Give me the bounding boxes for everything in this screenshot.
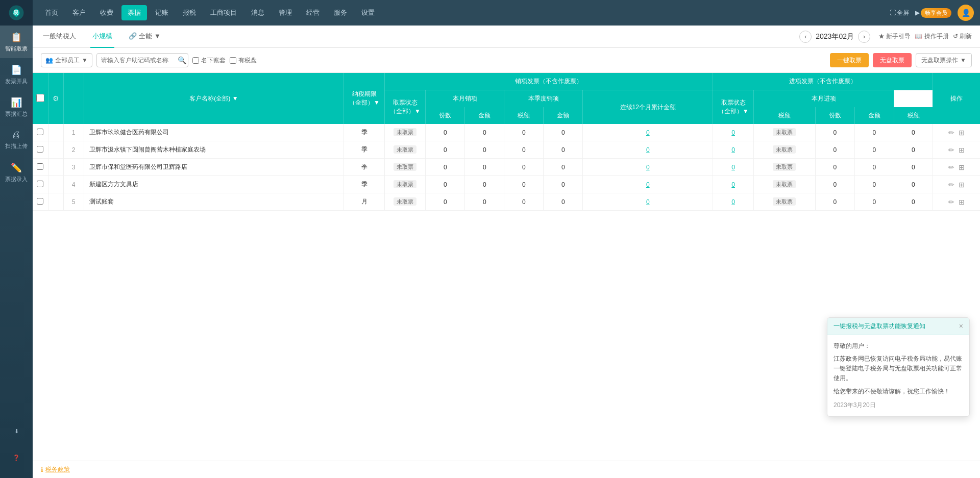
th-customer-name[interactable]: 客户名称(全部) ▼ xyxy=(84,73,344,124)
nav-business[interactable]: 工商项目 xyxy=(204,5,243,20)
td-month-purchase-tax-2: 0 xyxy=(894,159,933,176)
notification-header: 一键报税与无盘取票功能恢复通知 × xyxy=(827,318,969,335)
td-sale-fetch-2: 未取票 xyxy=(385,159,426,176)
sidebar-item-entry[interactable]: ✏️ 票据录入 xyxy=(0,156,33,189)
th-tax-period[interactable]: 纳税期限（全部）▼ xyxy=(344,73,385,124)
th-purchase-fetch-status[interactable]: 取票状态（全部）▼ xyxy=(713,90,754,124)
nav-tax[interactable]: 报税 xyxy=(177,5,202,20)
tab-all[interactable]: 🔗 全能 ▼ xyxy=(127,26,163,48)
handbook-link[interactable]: 📖 操作手册 xyxy=(915,32,948,41)
nav-billing[interactable]: 收费 xyxy=(94,5,119,20)
row-checkbox-0[interactable] xyxy=(37,129,43,135)
my-accounts-label[interactable]: 名下账套 xyxy=(192,56,226,65)
td-month-purchase-count-4: 0 xyxy=(815,193,854,211)
sidebar-item-scan[interactable]: 🖨 扫描上传 xyxy=(0,123,33,156)
td-month-sale-amount-0: 0 xyxy=(465,124,504,141)
more-btn-0[interactable]: ⊞ xyxy=(959,129,965,137)
edit-btn-0[interactable]: ✏ xyxy=(948,129,954,137)
refresh-link[interactable]: ↺ 刷新 xyxy=(953,32,972,41)
handbook-icon: 📖 xyxy=(915,33,922,40)
td-month-purchase-amount-4: 0 xyxy=(854,193,894,211)
row-checkbox-3[interactable] xyxy=(37,181,43,187)
row-checkbox-1[interactable] xyxy=(37,146,43,153)
download-icon: ⬇ xyxy=(14,428,19,435)
td-tax-period-0: 季 xyxy=(344,124,385,141)
help-icon: ❓ xyxy=(13,455,20,461)
edit-btn-4[interactable]: ✏ xyxy=(948,198,954,206)
td-index-0: 1 xyxy=(63,124,84,141)
td-purchase-fetch-0: 未取票 xyxy=(754,124,816,141)
th-checkbox xyxy=(33,73,48,124)
td-month-purchase-tax-3: 0 xyxy=(894,176,933,193)
td-purchase-fetch-3: 未取票 xyxy=(754,176,816,193)
new-guide-link[interactable]: ★ 新手引导 xyxy=(878,32,911,41)
td-name-0: 卫辉市玖玖健合医药有限公司 xyxy=(84,124,344,141)
tax-policy-link[interactable]: 税务政策 xyxy=(45,465,70,474)
one-click-fetch-btn[interactable]: 一键取票 xyxy=(830,53,869,67)
td-month-purchase-amount-2: 0 xyxy=(854,159,894,176)
td-row-empty xyxy=(48,141,63,159)
td-month-purchase-count-1: 0 xyxy=(815,141,854,159)
nav-manage[interactable]: 管理 xyxy=(273,5,298,20)
employee-select-icon: 👥 xyxy=(45,57,53,64)
edit-btn-2[interactable]: ✏ xyxy=(948,163,954,171)
sidebar-item-smart-fetch[interactable]: 📋 智能取票 xyxy=(0,26,33,58)
nav-home[interactable]: 首页 xyxy=(39,5,64,20)
vip-badge[interactable]: 畅享会员 xyxy=(921,8,951,18)
search-btn[interactable]: 🔍 xyxy=(178,56,186,64)
no-disk-ops-btn[interactable]: 无盘取票操作 ▼ xyxy=(916,53,972,67)
fullscreen-btn[interactable]: ⛶ 全屏 xyxy=(890,9,909,17)
notification-date: 2023年3月20日 xyxy=(834,400,963,410)
sidebar-download[interactable]: ⬇ xyxy=(0,419,33,443)
th-sale-fetch-status[interactable]: 取票状态（全部）▼ xyxy=(385,90,426,124)
row-checkbox-4[interactable] xyxy=(37,198,43,205)
td-action-4: ✏ ⊞ xyxy=(933,193,980,211)
more-btn-3[interactable]: ⊞ xyxy=(959,181,965,189)
sidebar-help[interactable]: ❓ xyxy=(0,445,33,470)
more-btn-2[interactable]: ⊞ xyxy=(959,163,965,171)
search-input[interactable] xyxy=(96,53,188,67)
more-btn-1[interactable]: ⊞ xyxy=(959,146,965,154)
td-name-3: 新建区方方文具店 xyxy=(84,176,344,193)
toolbar-right: 一键取票 无盘取票 无盘取票操作 ▼ xyxy=(830,53,972,67)
has-disk-checkbox[interactable] xyxy=(230,57,236,64)
nav-message[interactable]: 消息 xyxy=(245,5,271,20)
td-name-2: 卫辉市保和堂医药有限公司卫辉路店 xyxy=(84,159,344,176)
nav-settings[interactable]: 设置 xyxy=(355,5,381,20)
nav-operation[interactable]: 经营 xyxy=(300,5,326,20)
th-purchase-group: 进项发票（不含作废票） xyxy=(713,73,933,90)
has-disk-label[interactable]: 有税盘 xyxy=(230,56,257,65)
nav-accounting[interactable]: 记账 xyxy=(149,5,175,20)
td-sale-fetch-4: 未取票 xyxy=(385,193,426,211)
more-btn-4[interactable]: ⊞ xyxy=(959,198,965,206)
prev-month-btn[interactable]: ‹ xyxy=(799,31,812,43)
nav-service[interactable]: 服务 xyxy=(328,5,353,20)
nav-customer[interactable]: 客户 xyxy=(66,5,92,20)
select-all-checkbox[interactable] xyxy=(36,94,44,102)
tab-small[interactable]: 小规模 xyxy=(90,26,114,48)
td-tax-period-3: 季 xyxy=(344,176,385,193)
th-operation: 操作 xyxy=(933,73,980,124)
nav-invoice[interactable]: 票据 xyxy=(121,5,147,20)
no-disk-fetch-btn[interactable]: 无盘取票 xyxy=(873,53,912,67)
employee-select[interactable]: 👥 全部员工 ▼ xyxy=(41,53,92,67)
edit-btn-1[interactable]: ✏ xyxy=(948,146,954,154)
edit-btn-3[interactable]: ✏ xyxy=(948,181,954,189)
next-month-btn[interactable]: › xyxy=(858,31,870,43)
td-month-purchase-count-0: 0 xyxy=(815,124,854,141)
sidebar-item-issue[interactable]: 📄 发票开具 xyxy=(0,58,33,91)
user-avatar[interactable]: 👤 xyxy=(958,5,974,21)
row-checkbox-2[interactable] xyxy=(37,163,43,170)
td-month-sale-amount-2: 0 xyxy=(465,159,504,176)
sidebar-item-label: 票据录入 xyxy=(5,175,28,183)
tab-general[interactable]: 一般纳税人 xyxy=(41,26,78,48)
td-month-purchase-amount-3: 0 xyxy=(854,176,894,193)
vip-btn[interactable]: ▶ 畅享会员 xyxy=(915,8,951,18)
fullscreen-icon: ⛶ xyxy=(890,9,896,16)
settings-icon[interactable]: ⚙ xyxy=(53,94,59,103)
notification-close-btn[interactable]: × xyxy=(959,322,963,330)
scan-icon: 🖨 xyxy=(12,130,21,140)
issue-icon: 📄 xyxy=(11,64,22,76)
my-accounts-checkbox[interactable] xyxy=(192,57,199,64)
sidebar-item-summary[interactable]: 📊 票据汇总 xyxy=(0,91,33,123)
